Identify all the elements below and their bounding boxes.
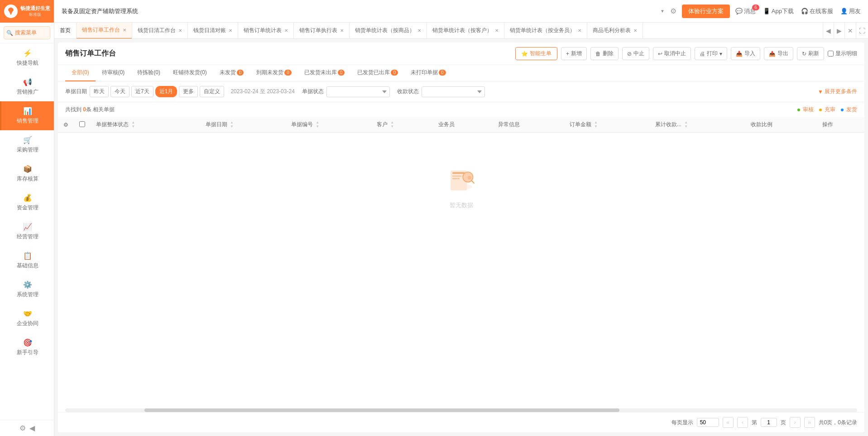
batch-review-button[interactable]: 审核 (797, 106, 814, 114)
tab-home[interactable]: 首页 (54, 23, 77, 39)
sidebar-item-operations[interactable]: 📈 经营管理 (0, 217, 54, 246)
user-button[interactable]: 👤 用友 (840, 7, 861, 15)
sidebar-item-finance[interactable]: 💰 资金管理 (0, 188, 54, 217)
tab-sales-stat[interactable]: 销售订单统计表 ✕ (238, 23, 294, 39)
page-next-button[interactable]: › (790, 417, 801, 428)
page-prev-button[interactable]: ‹ (737, 417, 748, 428)
sales-icon: 📊 (23, 107, 32, 115)
tab-sales-order-close[interactable]: ✕ (123, 28, 126, 33)
page-first-button[interactable]: « (723, 417, 734, 428)
show-detail-checkbox-label[interactable]: 显示明细 (828, 50, 857, 57)
tab-maximize[interactable]: ⛶ (856, 23, 868, 39)
sidebar-item-enterprise[interactable]: 🤝 企业协同 (0, 304, 54, 333)
sidebar-item-purchase[interactable]: 🛒 采购管理 (0, 130, 54, 159)
online-service-button[interactable]: 🎧 在线客服 (801, 7, 833, 15)
app-download-button[interactable]: 📱 App下载 (763, 7, 794, 15)
sidebar-item-marketing[interactable]: 📢 营销推广 (0, 72, 54, 101)
sub-tab-not-ship[interactable]: 未发货 0 (213, 65, 250, 81)
tab-cash-reconcile-close[interactable]: ✕ (229, 28, 232, 33)
sub-tab-shipped-not-out[interactable]: 已发货未出库 0 (298, 65, 351, 81)
expand-filter-button[interactable]: ▼ 展开更多条件 (818, 88, 857, 95)
tab-sales-product[interactable]: 销货单统计表（按商品） ✕ (350, 23, 427, 39)
page-last-button[interactable]: » (804, 417, 815, 428)
stop-icon: ⊘ (627, 51, 632, 57)
sidebar-item-label: 营销推广 (17, 88, 38, 96)
date-btn-more[interactable]: 更多 (179, 86, 198, 97)
batch-cancel-review-button[interactable]: 充审 (819, 106, 835, 114)
overdue-ship-badge: 0 (284, 70, 292, 76)
tab-sales-staff-close[interactable]: ✕ (578, 28, 581, 33)
date-btn-yesterday[interactable]: 昨天 (90, 86, 109, 97)
sub-tab-overdue-ship[interactable]: 到期未发货 0 (250, 65, 298, 81)
th-collected-label: 累计收款... (655, 121, 681, 128)
tab-close-all[interactable]: ✕ (844, 23, 856, 39)
sidebar-item-inventory[interactable]: 📦 库存核算 (0, 159, 54, 188)
system-title-caret[interactable]: ▼ (660, 9, 665, 14)
tab-gross-margin[interactable]: 商品毛利分析表 ✕ (587, 23, 643, 39)
sidebar-item-quick-nav[interactable]: ⚡ 快捷导航 (0, 43, 54, 72)
sort-icon-amount[interactable]: ▲▼ (594, 121, 598, 128)
new-button[interactable]: + 新增 (561, 47, 587, 60)
collapse-sidebar-icon[interactable]: ◀ (29, 424, 35, 432)
tab-sales-product-close[interactable]: ✕ (417, 28, 421, 33)
th-checkbox[interactable] (74, 117, 91, 133)
sort-icon-date[interactable]: ▲▼ (230, 121, 234, 128)
tab-sales-stat-close[interactable]: ✕ (284, 28, 288, 33)
trial-button[interactable]: 体验行业方案 (682, 5, 730, 18)
tab-gross-margin-close[interactable]: ✕ (633, 28, 637, 33)
tab-scroll-left[interactable]: ◀ (823, 23, 834, 39)
sidebar-item-guide[interactable]: 🎯 新手引导 (0, 333, 54, 362)
tab-cash-reconcile[interactable]: 钱货日清对账 ✕ (188, 23, 238, 39)
tab-sales-exec-close[interactable]: ✕ (340, 28, 344, 33)
cancel-stop-button[interactable]: ↩ 取消中止 (653, 47, 691, 60)
date-btn-7days[interactable]: 近7天 (131, 86, 153, 97)
sort-icon-status[interactable]: ▲▼ (131, 121, 135, 128)
sub-tab-pending-inspect[interactable]: 待拣验(0) (131, 65, 167, 81)
page-inner: 销售订单工作台 ⭐ 智能生单 + 新增 🗑 删除 ⊘ (58, 43, 864, 432)
sub-tab-wangpu-ship[interactable]: 旺铺待发货(0) (167, 65, 213, 81)
tab-sales-customer-close[interactable]: ✕ (495, 28, 499, 33)
sidebar-item-basic-info[interactable]: 📋 基础信息 (0, 246, 54, 275)
tab-sales-staff[interactable]: 销货单统计表（按业务员） ✕ (504, 23, 587, 39)
import-button[interactable]: 📥 导入 (731, 47, 760, 60)
sub-tab-pending-review[interactable]: 待审核(0) (96, 65, 131, 81)
date-btn-custom[interactable]: 自定义 (200, 86, 224, 97)
tab-sales-customer[interactable]: 销货单统计表（按客户） ✕ (427, 23, 504, 39)
page-size-select[interactable]: 20 50 100 (697, 418, 719, 427)
search-menu-button[interactable]: 🔍 搜索菜单 (4, 26, 50, 39)
export-button[interactable]: 📤 导出 (764, 47, 793, 60)
date-btn-today[interactable]: 今天 (110, 86, 129, 97)
delete-button[interactable]: 🗑 删除 (590, 47, 619, 60)
batch-ship-button[interactable]: 发货 (841, 106, 857, 114)
horizontal-scrollbar[interactable] (65, 408, 857, 412)
sort-icon-number[interactable]: ▲▼ (316, 121, 319, 128)
show-detail-checkbox[interactable] (828, 51, 834, 57)
refresh-button[interactable]: ↻ 刷新 (797, 47, 824, 60)
sidebar-item-sales[interactable]: 📊 销售管理 (0, 101, 54, 130)
page-number-input[interactable] (761, 418, 777, 427)
tab-scroll-right[interactable]: ▶ (834, 23, 844, 39)
batch-ship-label: 发货 (846, 106, 857, 114)
tab-sales-order[interactable]: 销售订单工作台 ✕ (77, 23, 132, 39)
status-select[interactable] (326, 86, 390, 97)
sidebar-item-system[interactable]: ⚙️ 系统管理 (0, 275, 54, 304)
tab-cash-daily-close[interactable]: ✕ (178, 28, 182, 33)
payment-select[interactable] (422, 86, 485, 97)
sort-icon-customer[interactable]: ▲▼ (390, 121, 394, 128)
tab-cash-daily[interactable]: 钱货日清工作台 ✕ (132, 23, 188, 39)
th-settings[interactable]: ⚙ (58, 117, 74, 133)
message-button[interactable]: 💬 消息 6 (735, 7, 756, 15)
scrollbar-thumb[interactable] (144, 408, 619, 412)
tab-sales-exec[interactable]: 销售订单执行表 ✕ (294, 23, 350, 39)
sub-tab-all[interactable]: 全部(0) (65, 65, 96, 81)
sub-tab-shipped-out[interactable]: 已发货已出库 0 (351, 65, 404, 81)
sort-icon-collected[interactable]: ▲▼ (684, 121, 688, 128)
header-settings-icon[interactable]: ⚙ (670, 7, 676, 15)
sub-tab-not-printed[interactable]: 未打印单据 0 (404, 65, 452, 81)
smart-generate-button[interactable]: ⭐ 智能生单 (515, 47, 557, 60)
stop-button[interactable]: ⊘ 中止 (622, 47, 649, 60)
select-all-checkbox[interactable] (79, 121, 85, 127)
print-button[interactable]: 🖨 打印 ▾ (695, 47, 727, 60)
settings-bottom-icon[interactable]: ⚙ (19, 424, 26, 432)
date-btn-1month[interactable]: 近1月 (155, 86, 177, 97)
